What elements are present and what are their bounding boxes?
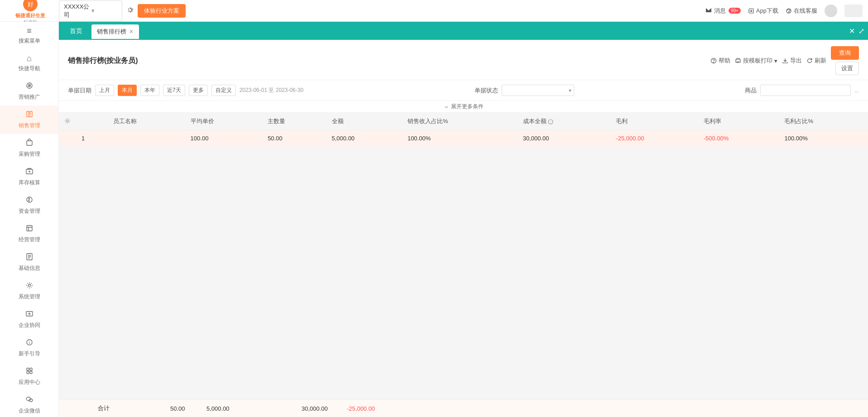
template-print-button[interactable]: 按模板打印 ▾ [735,57,777,65]
expand-more-row[interactable]: 展开更多条件 [59,101,868,113]
help-button[interactable]: 帮助 [710,57,730,65]
purchase-icon [25,139,34,149]
goods-filter-label: 商品 [745,86,757,95]
sidebar-item-search-order-label: 搜索菜单 [19,37,40,45]
sales-icon [25,110,34,120]
tab-sales-rank[interactable]: 销售排行榜 ✕ [91,24,139,39]
cell-avg-price: 100.00 [185,130,263,147]
message-button[interactable]: 消息 99+ [705,7,741,15]
sidebar-item-system[interactable]: 系统管理 [0,277,58,305]
sidebar-item-search-order[interactable]: ≡ 搜索菜单 [0,22,58,49]
basicinfo-icon [25,253,34,263]
sidebar-item-finance[interactable]: 资金管理 [0,191,58,220]
app-download-label: App下载 [756,7,778,15]
table-row: 1 100.00 50.00 5,000.00 100.00% 30,000.0… [59,130,868,147]
svg-rect-6 [27,141,32,145]
sidebar-item-quick-nav[interactable]: ⌂ 快捷导航 [0,49,58,77]
sidebar-item-sales[interactable]: 销售管理 [0,105,58,134]
col-rank [76,113,108,130]
refresh-label: 刷新 [815,57,826,65]
tab-bar-expand-icon[interactable]: ⤢ [858,27,864,35]
cell-rank: 1 [76,130,108,147]
footer-main-qty: 50.00 [170,405,206,412]
svg-rect-16 [27,371,29,374]
svg-point-11 [28,284,30,287]
sidebar-item-marketing[interactable]: 营销推广 [0,77,58,105]
status-select[interactable] [502,85,574,96]
sidebar-item-quick-nav-label: 快捷导航 [19,65,40,72]
tab-sales-rank-label: 销售排行榜 [97,28,126,36]
date-btn-this-month[interactable]: 本月 [118,85,137,96]
template-print-chevron: ▾ [774,58,777,64]
svg-rect-22 [736,59,740,62]
settings-button[interactable]: 设置 [835,62,859,75]
tab-bar-close-icon[interactable]: ✕ [849,27,855,35]
appstore-icon [25,367,34,377]
date-btn-custom[interactable]: 自定义 [211,85,236,96]
tab-home[interactable]: 首页 [62,22,90,40]
marketing-icon [25,81,34,92]
table-wrap: 员工名称 平均单价 主数量 全额 销售收入占比% 成本全额 毛利 毛利率 毛利占… [59,113,868,147]
online-support-button[interactable]: 在线客服 [786,7,817,15]
sidebar-item-inventory-label: 库存核算 [19,179,40,187]
sidebar-item-guide-label: 新手引导 [19,350,40,358]
goods-input[interactable] [760,85,851,96]
col-amount: 全额 [326,113,402,130]
cell-amount: 5,000.00 [326,130,402,147]
company-selector[interactable]: XXXXX公司 ▾ [59,0,122,21]
col-cost-amount: 成本全额 [518,113,611,130]
footer-gross-profit: -25,000.00 [347,405,392,412]
sidebar-item-operations-label: 经营管理 [19,236,40,244]
sidebar-item-enterprise[interactable]: 企业协同 [0,305,58,334]
message-label: 消息 [714,7,726,15]
col-gross-pct: 毛利占比% [779,113,868,130]
sidebar-item-inventory[interactable]: 库存核算 [0,163,58,191]
top-settings-button[interactable] [126,6,134,16]
cell-main-qty: 50.00 [262,130,326,147]
sidebar-item-weixin[interactable]: 企业微信 [0,391,58,417]
footer-total-label: 合计 [98,404,134,412]
col-gross-rate: 毛利率 [698,113,779,130]
app-download-button[interactable]: App下载 [748,7,778,15]
goods-more-btn[interactable]: ... [854,87,859,94]
sidebar-item-guide[interactable]: 新手引导 [0,334,58,362]
message-badge: 99+ [729,8,741,14]
sidebar-item-finance-label: 资金管理 [19,207,40,215]
refresh-button[interactable]: 刷新 [806,57,826,65]
sidebar-item-basicinfo-label: 基础信息 [19,264,40,272]
sidebar-item-system-label: 系统管理 [19,293,40,301]
col-employee-name: 员工名称 [108,113,185,130]
sidebar-item-appstore[interactable]: 应用中心 [0,362,58,391]
query-button[interactable]: 查询 [831,46,859,60]
sidebar-item-appstore-label: 应用中心 [19,379,40,386]
svg-text:好: 好 [28,1,34,8]
footer-amount: 5,000.00 [206,405,252,412]
operations-icon [25,224,34,235]
quick-nav-icon: ⌂ [27,54,32,63]
sidebar-item-operations[interactable]: 经营管理 [0,220,58,248]
online-support-label: 在线客服 [794,7,817,15]
svg-rect-15 [30,368,32,370]
svg-rect-17 [30,371,32,374]
date-btn-last-month[interactable]: 上月 [95,85,114,96]
date-btn-more[interactable]: 更多 [189,85,208,96]
date-btn-this-year[interactable]: 本年 [140,85,159,96]
cell-sales-pct: 100.00% [402,130,518,147]
export-button[interactable]: 导出 [782,57,802,65]
sidebar-item-purchase[interactable]: 采购管理 [0,134,58,163]
col-main-qty: 主数量 [262,113,326,130]
trial-button[interactable]: 体验行业方案 [138,4,186,18]
sidebar-item-basicinfo[interactable]: 基础信息 [0,248,58,277]
footer-total-row: 合计 50.00 5,000.00 30,000.00 -25,000.00 [59,399,868,417]
cell-settings [59,130,76,147]
system-icon [25,281,34,292]
cell-gross-profit: -25,000.00 [610,130,698,147]
avatar [825,5,837,17]
col-settings[interactable] [59,113,76,130]
tab-close-icon[interactable]: ✕ [129,29,134,35]
col-sales-pct: 销售收入占比% [402,113,518,130]
date-btn-7days[interactable]: 近7天 [163,85,185,96]
logo-main-text: 畅捷通好生意 [15,12,45,19]
finance-icon [25,196,34,206]
svg-point-21 [714,62,714,63]
